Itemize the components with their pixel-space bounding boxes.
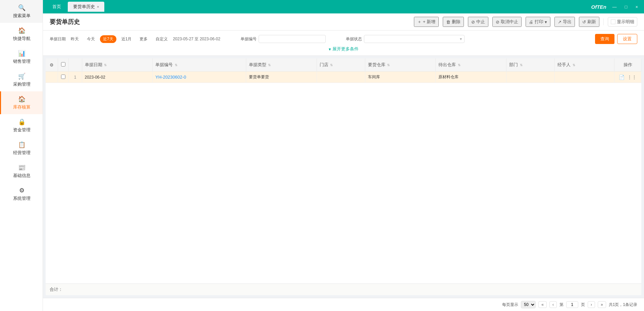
sidebar-item-sales-mgmt[interactable]: 📊 销售管理 [0, 46, 43, 69]
th-dept[interactable]: 部门 ⇅ [506, 58, 555, 72]
date-btn-more[interactable]: 更多 [137, 35, 151, 43]
purchase-mgmt-icon: 🛒 [18, 73, 25, 80]
tab-home[interactable]: 首页 [47, 2, 66, 12]
row-more-icon[interactable]: ⋮⋮ [627, 75, 637, 80]
export-button[interactable]: ↗ 导出 [554, 17, 575, 27]
date-btn-today[interactable]: 今天 [84, 35, 98, 43]
date-filters: 昨天 今天 近7天 近1月 更多 自定义 [68, 35, 171, 43]
sidebar-item-label: 搜索菜单 [13, 13, 31, 19]
brand-label: OfTEn [591, 4, 606, 10]
sidebar-item-inventory[interactable]: 🏠 库存核算 [0, 91, 43, 114]
expand-more-label: 展开更多条件 [332, 46, 359, 52]
row-checkbox[interactable] [61, 75, 65, 79]
date-btn-custom[interactable]: 自定义 [153, 35, 171, 43]
th-action: 操作 [614, 58, 641, 72]
total-label: 合计： [50, 286, 63, 293]
new-button[interactable]: ＋ + 新增 [414, 17, 439, 27]
th-checkbox[interactable] [58, 58, 68, 72]
row-action-cell: 📄 ⋮⋮ [614, 72, 641, 83]
refresh-button[interactable]: ↺ 刷新 [579, 17, 599, 27]
sidebar-item-basic-info[interactable]: 📰 基础信息 [0, 160, 43, 183]
doc-status-input[interactable] [364, 35, 465, 43]
action-buttons: 查询 设置 [595, 34, 637, 44]
window-minimize-btn[interactable]: — [610, 4, 619, 9]
tab-close-icon[interactable]: × [97, 5, 99, 9]
date-btn-1month[interactable]: 近1月 [118, 35, 135, 43]
date-filter-group: 单据日期 昨天 今天 近7天 近1月 更多 自定义 2023-05-27 至 2… [50, 35, 220, 43]
delete-button[interactable]: 🗑 删除 [443, 17, 464, 27]
print-button[interactable]: 🖨 打印 ▾ [526, 17, 550, 27]
query-button[interactable]: 查询 [595, 34, 614, 44]
pagination-bar: 每页显示 50 « ‹ 第 页 › » 共1页，1条记录 [43, 298, 644, 311]
doc-status-label: 单据状态 [346, 36, 362, 42]
th-handler[interactable]: 经手人 ⇅ [555, 58, 614, 72]
table-scroll[interactable]: ⚙ 单据日期 ⇅ 单据编号 [46, 58, 641, 283]
table-area: ⚙ 单据日期 ⇅ 单据编号 [46, 58, 641, 295]
finance-mgmt-icon: 🔒 [18, 118, 25, 126]
sidebar-item-label: 基础信息 [13, 173, 31, 179]
row-settings-cell[interactable] [46, 72, 58, 83]
sidebar-item-purchase-mgmt[interactable]: 🛒 采购管理 [0, 69, 43, 91]
page-goto-label: 第 [559, 302, 564, 308]
th-pending-warehouse[interactable]: 待出仓库 ⇅ [436, 58, 506, 72]
th-docno[interactable]: 单据编号 ⇅ [153, 58, 246, 72]
sort-dept-icon: ⇅ [520, 63, 523, 67]
th-settings[interactable]: ⚙ [46, 58, 58, 72]
doc-number-label: 单据编号 [240, 36, 257, 42]
cancel-suspend-button[interactable]: ⊘ 取消中止 [492, 17, 522, 27]
table-header: ⚙ 单据日期 ⇅ 单据编号 [46, 58, 641, 72]
th-date[interactable]: 单据日期 ⇅ [82, 58, 153, 72]
display-detail-button[interactable]: 显示明细 [608, 17, 637, 27]
first-page-btn[interactable]: « [538, 301, 547, 308]
sort-store-icon: ⇅ [330, 63, 333, 67]
last-page-btn[interactable]: » [598, 301, 606, 308]
page-size-select[interactable]: 50 [521, 301, 536, 308]
row-docno-cell[interactable]: YH-20230602-0 [153, 72, 246, 83]
date-filter-label: 单据日期 [50, 36, 66, 42]
date-btn-yesterday[interactable]: 昨天 [68, 35, 82, 43]
export-icon: ↗ [558, 19, 561, 25]
total-info: 共1页，1条记录 [609, 302, 637, 308]
sidebar-item-quick-nav[interactable]: 🏠 快捷导航 [0, 23, 43, 46]
sidebar-item-label: 系统管理 [13, 195, 31, 202]
row-docno-link[interactable]: YH-20230602-0 [155, 75, 186, 80]
basic-info-icon: 📰 [18, 164, 25, 171]
window-maximize-btn[interactable]: □ [623, 4, 630, 9]
ops-mgmt-icon: 📋 [18, 141, 25, 148]
doc-number-filter-group: 单据编号 [240, 35, 326, 43]
row-view-icon[interactable]: 📄 [619, 75, 625, 80]
expand-more-btn[interactable]: ▾ 展开更多条件 [50, 46, 637, 52]
settings-button[interactable]: 设置 [617, 34, 637, 44]
content-area: 要货单历史 ＋ + 新增 🗑 删除 ⊘ 中止 ⊘ 取消中止 [43, 13, 644, 311]
window-close-btn[interactable]: × [633, 4, 640, 9]
sidebar-item-finance-mgmt[interactable]: 🔒 资金管理 [0, 114, 43, 137]
data-table: ⚙ 单据日期 ⇅ 单据编号 [46, 58, 641, 83]
date-range-text: 2023-05-27 至 2023-06-02 [173, 36, 220, 42]
next-page-btn[interactable]: › [588, 301, 595, 308]
doc-number-input[interactable] [259, 35, 326, 43]
row-checkbox-cell[interactable] [58, 72, 68, 83]
tab-active[interactable]: 要货单历史 × [68, 2, 104, 12]
topbar-right: OfTEn — □ × [591, 4, 640, 10]
row-store-cell [317, 72, 365, 83]
suspend-button[interactable]: ⊘ 中止 [468, 17, 488, 27]
sidebar-item-search-menu[interactable]: 🔍 搜索菜单 [0, 0, 43, 23]
page-title: 要货单历史 [50, 18, 80, 26]
sort-req-warehouse-icon: ⇅ [387, 63, 390, 67]
doc-status-filter-group: 单据状态 ▾ [346, 35, 588, 43]
tab-home-label: 首页 [52, 4, 61, 10]
expand-more-icon: ▾ [329, 47, 331, 52]
sort-docno-icon: ⇅ [175, 63, 177, 67]
th-doctype[interactable]: 单据类型 ⇅ [246, 58, 317, 72]
sidebar-item-sys-mgmt[interactable]: ⚙ 系统管理 [0, 183, 43, 206]
th-req-warehouse[interactable]: 要货仓库 ⇅ [365, 58, 436, 72]
sidebar-item-label: 库存核算 [13, 104, 31, 110]
sidebar-item-ops-mgmt[interactable]: 📋 经营管理 [0, 137, 43, 160]
date-btn-7days[interactable]: 近7天 [100, 35, 116, 43]
th-store[interactable]: 门店 ⇅ [317, 58, 365, 72]
page-header: 要货单历史 ＋ + 新增 🗑 删除 ⊘ 中止 ⊘ 取消中止 [43, 13, 644, 31]
page-number-input[interactable] [566, 301, 578, 308]
prev-page-btn[interactable]: ‹ [549, 301, 557, 308]
search-menu-icon: 🔍 [18, 4, 25, 11]
select-all-checkbox[interactable] [61, 62, 65, 66]
